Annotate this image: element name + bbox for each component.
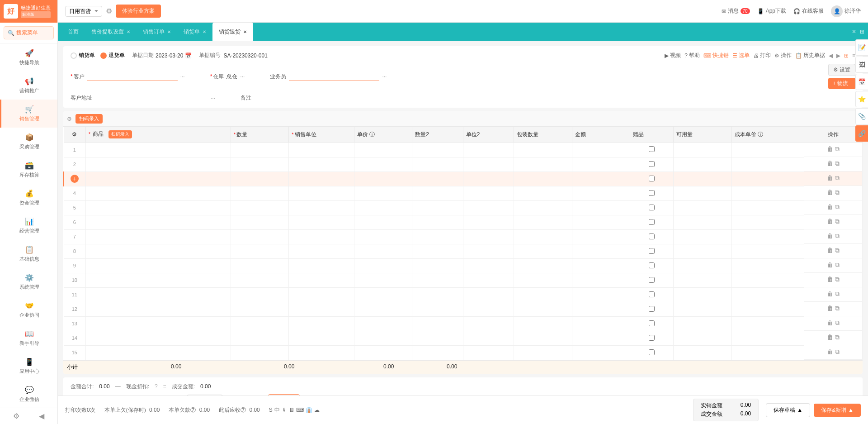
available-cell[interactable]	[674, 316, 731, 331]
inline-scan-button[interactable]: 扫码录入	[108, 130, 132, 138]
unit2-cell[interactable]	[463, 273, 514, 287]
remark-input[interactable]	[254, 94, 435, 102]
cost-price-cell[interactable]	[731, 302, 804, 316]
unit2-cell[interactable]	[463, 316, 514, 331]
delete-icon[interactable]: 🗑	[827, 145, 833, 154]
unit2-cell[interactable]	[463, 345, 514, 360]
unit2-cell[interactable]	[463, 157, 514, 172]
copy-icon[interactable]: ⧉	[835, 348, 840, 357]
quantity-input[interactable]	[234, 248, 286, 254]
sidebar-item-inventory[interactable]: 🗃️ 库存核算	[0, 156, 57, 184]
product-cell[interactable]	[85, 316, 231, 331]
delete-icon[interactable]: 🗑	[827, 189, 833, 197]
unit2-cell[interactable]	[463, 143, 514, 157]
package-qty-cell[interactable]	[514, 331, 572, 345]
cost-price-cell[interactable]	[731, 200, 804, 215]
shirt-icon[interactable]: 👔	[306, 407, 312, 413]
copy-icon[interactable]: ⧉	[835, 232, 840, 241]
package-qty-cell[interactable]	[514, 215, 572, 229]
gift-cell[interactable]	[630, 316, 674, 331]
package-qty-cell[interactable]	[514, 186, 572, 200]
print-btn[interactable]: 🖨 打印	[753, 52, 771, 59]
quantity2-cell[interactable]	[412, 215, 463, 229]
sidebar-item-collab[interactable]: 🤝 企业协同	[0, 296, 57, 324]
sale-unit-cell[interactable]	[289, 331, 354, 345]
amount-cell[interactable]	[572, 215, 630, 229]
product-cell[interactable]	[85, 287, 231, 302]
copy-icon[interactable]: ⧉	[835, 189, 840, 197]
cost-price-cell[interactable]	[731, 172, 804, 186]
amount-cell[interactable]	[572, 172, 630, 186]
amount-cell[interactable]	[572, 200, 630, 215]
copy-icon[interactable]: ⧉	[835, 305, 840, 313]
available-cell[interactable]	[674, 200, 731, 215]
quantity-cell[interactable]	[231, 302, 288, 316]
collapse-icon[interactable]: ◀	[39, 412, 44, 420]
copy-icon[interactable]: ⧉	[835, 203, 840, 212]
unit-price-cell[interactable]	[354, 143, 412, 157]
available-cell[interactable]	[674, 258, 731, 273]
gift-checkbox[interactable]	[649, 190, 655, 196]
quantity-cell[interactable]	[231, 273, 288, 287]
next-icon[interactable]: ▶	[836, 52, 840, 59]
table-settings-icon[interactable]: ⚙	[67, 116, 72, 122]
delete-icon[interactable]: 🗑	[827, 276, 833, 284]
sidebar-item-finance[interactable]: 💰 资金管理	[0, 184, 57, 212]
tab-close-icon[interactable]: ✕	[167, 29, 171, 34]
quantity-cell[interactable]	[231, 316, 288, 331]
sale-unit-cell[interactable]	[289, 200, 354, 215]
gift-cell[interactable]	[630, 287, 674, 302]
delete-icon[interactable]: 🗑	[827, 160, 833, 168]
address-input[interactable]	[95, 94, 208, 102]
quantity2-cell[interactable]	[412, 186, 463, 200]
video-btn[interactable]: ▶ 视频	[665, 52, 681, 59]
sale-unit-cell[interactable]	[289, 287, 354, 302]
prev-icon[interactable]: ◀	[829, 52, 833, 59]
product-input[interactable]	[89, 176, 228, 182]
cost-price-cell[interactable]	[731, 157, 804, 172]
header-settings-icon[interactable]: ⚙	[106, 7, 112, 15]
list-view-icon[interactable]: ≡	[852, 52, 855, 59]
lang-icon[interactable]: 中	[274, 406, 280, 414]
amount-cell[interactable]	[572, 331, 630, 345]
copy-icon[interactable]: ⧉	[835, 261, 840, 270]
sale-unit-cell[interactable]	[289, 215, 354, 229]
unit2-cell[interactable]	[463, 287, 514, 302]
quantity-input[interactable]	[234, 306, 286, 312]
copy-icon[interactable]: ⧉	[835, 145, 840, 154]
unit2-cell[interactable]	[463, 244, 514, 258]
sidebar-item-purchase[interactable]: 📦 采购管理	[0, 128, 57, 156]
quantity2-cell[interactable]	[412, 258, 463, 273]
quantity-cell[interactable]	[231, 200, 288, 215]
product-input[interactable]	[89, 306, 228, 312]
customer-input[interactable]	[87, 72, 178, 81]
quantity-input[interactable]	[234, 233, 286, 240]
gift-checkbox[interactable]	[649, 161, 655, 167]
unit-price-cell[interactable]	[354, 331, 412, 345]
tab-close-icon[interactable]: ✕	[243, 29, 247, 34]
unit2-cell[interactable]	[463, 302, 514, 316]
available-cell[interactable]	[674, 186, 731, 200]
gift-cell[interactable]	[630, 215, 674, 229]
salesperson-picker-icon[interactable]: ···	[382, 73, 387, 80]
delete-icon[interactable]: 🗑	[827, 348, 833, 357]
warehouse-picker-icon[interactable]: ···	[240, 73, 245, 80]
message-item[interactable]: ✉ 消息 70	[722, 7, 750, 15]
gift-checkbox[interactable]	[649, 233, 655, 239]
gift-cell[interactable]	[630, 273, 674, 287]
product-cell[interactable]	[85, 143, 231, 157]
history-btn[interactable]: 📋 历史单据	[795, 52, 825, 59]
amount-cell[interactable]	[572, 316, 630, 331]
quantity-input[interactable]	[234, 262, 286, 269]
sidebar-item-system[interactable]: ⚙️ 系统管理	[0, 268, 57, 296]
available-cell[interactable]	[674, 273, 731, 287]
save-draft-button[interactable]: 保存草稿 ▲	[766, 403, 810, 417]
product-input[interactable]	[89, 205, 228, 211]
quantity2-cell[interactable]	[412, 143, 463, 157]
scan-button[interactable]: 扫码录入	[75, 114, 103, 124]
available-cell[interactable]	[674, 143, 731, 157]
product-cell[interactable]	[85, 302, 231, 316]
product-cell[interactable]	[85, 273, 231, 287]
product-cell[interactable]	[85, 215, 231, 229]
cost-price-cell[interactable]	[731, 229, 804, 244]
